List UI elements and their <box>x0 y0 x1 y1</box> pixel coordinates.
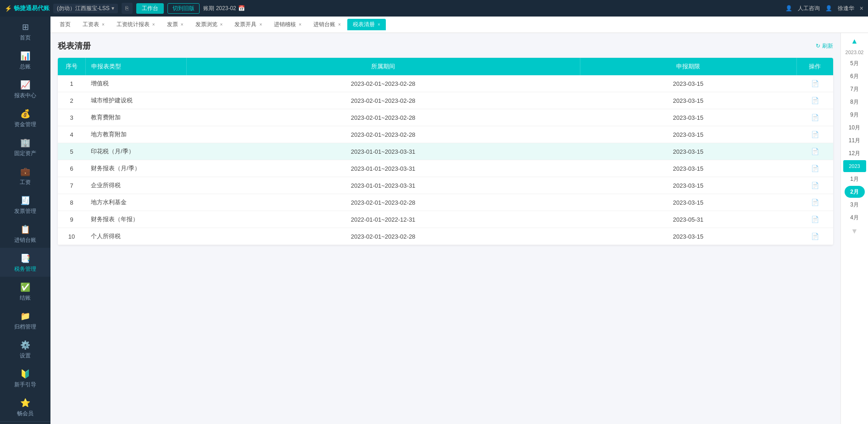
cell-action: 📄 <box>796 92 833 109</box>
panel-down-arrow[interactable]: ▼ <box>849 226 860 237</box>
cell-index: 1 <box>58 75 85 92</box>
month-5[interactable]: 5月 <box>845 57 865 69</box>
panel-up-arrow[interactable]: ▲ <box>849 36 860 47</box>
sidebar-item-label: 归档管理 <box>14 323 36 331</box>
sidebar-item-label: 首页 <box>20 34 31 42</box>
month-10[interactable]: 10月 <box>845 122 865 134</box>
tab-invoice-browse[interactable]: 发票浏览 × <box>190 19 228 30</box>
tab-invoice-open-close[interactable]: × <box>259 22 262 27</box>
sidebar-item-label: 税务管理 <box>14 265 36 273</box>
tab-invoice-browse-close[interactable]: × <box>220 22 223 27</box>
cell-action: 📄 <box>796 109 833 126</box>
tab-invoice-close[interactable]: × <box>181 22 184 27</box>
period-value: 2023-02 <box>216 5 236 11</box>
cell-deadline: 2023-05-31 <box>580 211 796 228</box>
tab-invoice[interactable]: 发票 × <box>161 19 189 30</box>
tab-purchase-ledger[interactable]: 进销台账 × <box>308 19 346 30</box>
settings-icon: ⚙️ <box>20 340 30 350</box>
edit-icon[interactable]: 📄 <box>811 165 819 172</box>
edit-icon[interactable]: 📄 <box>811 114 819 121</box>
cell-type: 印花税（月/季） <box>85 143 186 160</box>
month-7[interactable]: 7月 <box>845 83 865 95</box>
sidebar-bottom: 📌 取消固定 <box>0 421 50 424</box>
sidebar-item-member[interactable]: ⭐ 畅会员 <box>0 392 50 421</box>
switch-old-button[interactable]: 切到旧版 <box>167 3 200 14</box>
cell-type: 增值税 <box>85 75 186 92</box>
user-name: 徐逢华 <box>838 5 854 12</box>
cell-action: 📄 <box>796 126 833 143</box>
tab-purchase-ledger-close[interactable]: × <box>338 22 341 27</box>
period-display: 账期 2023-02 📅 <box>203 5 245 12</box>
company-selector[interactable]: (勿动）江西服宝-LSS ▾ <box>53 4 118 13</box>
tab-home[interactable]: 首页 <box>54 19 76 30</box>
sidebar-item-assets[interactable]: 🏢 固定资产 <box>0 132 50 161</box>
cell-deadline: 2023-03-15 <box>580 143 796 160</box>
cell-type: 企业所得税 <box>85 177 186 194</box>
page-content: 税表清册 ↻ 刷新 序号 申报表类型 所属期间 申报期限 操作 <box>50 33 868 424</box>
sidebar-item-report[interactable]: 📈 报表中心 <box>0 74 50 103</box>
month-11[interactable]: 11月 <box>845 134 865 146</box>
refresh-icon: ↻ <box>816 43 820 49</box>
edit-icon[interactable]: 📄 <box>811 131 819 138</box>
calendar-icon[interactable]: 📅 <box>238 5 245 11</box>
sidebar-item-archive[interactable]: 📁 归档管理 <box>0 306 50 335</box>
month-1[interactable]: 1月 <box>845 173 865 185</box>
period-label: 账期 <box>203 5 214 12</box>
edit-icon[interactable]: 📄 <box>811 80 819 87</box>
sidebar-item-settle[interactable]: ✅ 结账 <box>0 277 50 306</box>
sidebar-item-reconcile[interactable]: 📋 进销台账 <box>0 219 50 248</box>
sidebar-item-guide[interactable]: 🔰 新手引导 <box>0 363 50 392</box>
tab-tax-clear[interactable]: 税表清册 × <box>347 19 386 30</box>
sidebar-item-ledger[interactable]: 📊 总账 <box>0 45 50 74</box>
tab-salary-close[interactable]: × <box>102 22 105 27</box>
month-3[interactable]: 3月 <box>845 199 865 211</box>
tax-table: 序号 申报表类型 所属期间 申报期限 操作 1 增值税 2023-02-01~2… <box>58 58 833 245</box>
sidebar-item-invoice[interactable]: 🧾 发票管理 <box>0 190 50 219</box>
tab-tax-clear-close[interactable]: × <box>378 22 380 27</box>
refresh-button[interactable]: ↻ 刷新 <box>816 42 833 50</box>
cell-index: 2 <box>58 92 85 109</box>
sidebar-item-funds[interactable]: 💰 资金管理 <box>0 103 50 132</box>
tab-salary-label: 工资表 <box>83 21 99 28</box>
edit-icon[interactable]: 📄 <box>811 199 819 206</box>
cell-action: 📄 <box>796 160 833 177</box>
workspace-button[interactable]: 工作台 <box>136 3 164 14</box>
settle-icon: ✅ <box>20 282 30 292</box>
cell-deadline: 2023-03-15 <box>580 75 796 92</box>
sidebar-item-home[interactable]: ⊞ 首页 <box>0 17 50 45</box>
edit-icon[interactable]: 📄 <box>811 97 819 104</box>
edit-icon[interactable]: 📄 <box>811 148 819 155</box>
ledger-icon: 📊 <box>20 51 30 61</box>
cell-period: 2023-02-01~2023-02-28 <box>186 228 580 245</box>
close-button[interactable]: × <box>860 5 863 12</box>
sidebar-item-salary[interactable]: 💼 工资 <box>0 161 50 190</box>
cell-period: 2023-01-01~2023-03-31 <box>186 160 580 177</box>
tab-salary[interactable]: 工资表 × <box>77 19 110 30</box>
edit-icon[interactable]: 📄 <box>811 216 819 223</box>
sidebar-item-settings[interactable]: ⚙️ 设置 <box>0 335 50 363</box>
assets-icon: 🏢 <box>20 138 30 148</box>
col-deadline: 申报期限 <box>580 58 796 75</box>
month-9[interactable]: 9月 <box>845 109 865 121</box>
tab-purchase-review-close[interactable]: × <box>299 22 301 27</box>
tab-salary-report-close[interactable]: × <box>152 22 155 27</box>
month-12[interactable]: 12月 <box>845 147 865 159</box>
tax-icon: 📑 <box>20 253 30 263</box>
month-6[interactable]: 6月 <box>845 70 865 82</box>
copy-icon[interactable]: ⎘ <box>122 3 133 14</box>
cell-deadline: 2023-03-15 <box>580 228 796 245</box>
tab-invoice-open[interactable]: 发票开具 × <box>229 19 267 30</box>
edit-icon[interactable]: 📄 <box>811 182 819 189</box>
cell-type: 教育费附加 <box>85 109 186 126</box>
tab-purchase-review[interactable]: 进销稽核 × <box>268 19 307 30</box>
cell-action: 📄 <box>796 228 833 245</box>
human-consult-link[interactable]: 人工咨询 <box>798 5 820 12</box>
month-4[interactable]: 4月 <box>845 212 865 223</box>
month-8[interactable]: 8月 <box>845 96 865 108</box>
tab-salary-report[interactable]: 工资统计报表 × <box>111 19 161 30</box>
refresh-label: 刷新 <box>822 42 833 50</box>
app-name: 畅捷通易代账 <box>14 4 50 12</box>
edit-icon[interactable]: 📄 <box>811 233 819 240</box>
sidebar-item-tax[interactable]: 📑 税务管理 <box>0 248 50 277</box>
month-2[interactable]: 2月 <box>845 186 865 198</box>
